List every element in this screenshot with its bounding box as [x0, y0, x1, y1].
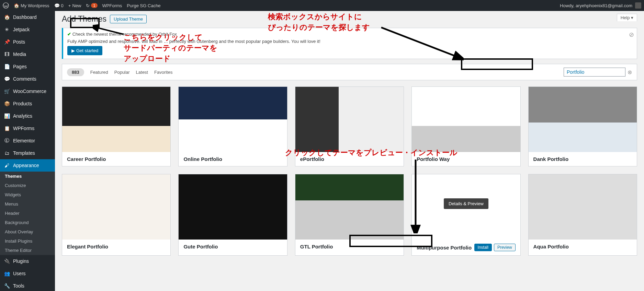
- help-tab[interactable]: Help ▾: [617, 14, 637, 21]
- jetpack-icon: ✳: [3, 26, 10, 33]
- sidebar-label: WPForms: [13, 126, 34, 131]
- theme-name-label: ePortfolio: [295, 152, 404, 166]
- theme-screenshot: [179, 174, 287, 240]
- theme-screenshot: [179, 87, 287, 152]
- sidebar-item-templates[interactable]: 🗂Templates: [0, 147, 55, 159]
- sidebar-label: Pages: [13, 64, 27, 69]
- submenu-customize[interactable]: Customize: [0, 181, 55, 190]
- cart-icon: 🛒: [3, 88, 10, 95]
- theme-screenshot: [62, 87, 170, 152]
- theme-name-label: Multipurpose Portfolio: [417, 245, 472, 251]
- theme-screenshot: [529, 174, 637, 240]
- comment-icon: 💬: [3, 75, 10, 82]
- sidebar-item-analytics[interactable]: 📊Analytics: [0, 110, 55, 122]
- sidebar-item-tools[interactable]: 🔧Tools: [0, 280, 55, 291]
- dismiss-notice-icon[interactable]: ⊘: [629, 31, 634, 38]
- comments-link[interactable]: 💬 0: [54, 3, 64, 8]
- theme-screenshot: [529, 87, 637, 152]
- submenu-menus[interactable]: Menus: [0, 199, 55, 209]
- submenu-widgets[interactable]: Widgets: [0, 190, 55, 199]
- pin-icon: 📌: [3, 38, 10, 45]
- install-button[interactable]: Install: [474, 244, 492, 251]
- sidebar-item-wpforms[interactable]: 📋WPForms: [0, 122, 55, 135]
- plugin-icon: 🔌: [3, 258, 10, 265]
- wp-logo[interactable]: [3, 2, 9, 9]
- results-count: 883: [67, 68, 84, 76]
- sidebar-label: Templates: [13, 150, 35, 156]
- content-area: Help ▾ Add Themes Upload Theme ⊘ ✔ Check…: [55, 11, 644, 291]
- sidebar-label: Tools: [13, 283, 24, 289]
- orbit-fox-notice: ⊘ ✔ Check the newest theme recommended b…: [62, 28, 637, 59]
- theme-search-input[interactable]: [564, 68, 625, 77]
- sidebar-item-plugins[interactable]: 🔌Plugins: [0, 255, 55, 267]
- upload-theme-button[interactable]: Upload Theme: [110, 15, 147, 23]
- theme-screenshot: [295, 174, 404, 240]
- theme-name-label: Dank Portfolio: [529, 152, 637, 166]
- submenu-install-plugins[interactable]: Install Plugins: [0, 236, 55, 246]
- theme-card-eportfolio[interactable]: ePortfolio: [295, 86, 404, 166]
- sidebar-item-media[interactable]: 🎞Media: [0, 48, 55, 60]
- theme-screenshot: [295, 87, 404, 152]
- theme-card-online-portfolio[interactable]: Online Portfolio: [178, 86, 287, 166]
- tools-icon: 🔧: [3, 282, 10, 289]
- filter-popular[interactable]: Popular: [114, 70, 130, 75]
- sidebar-item-elementor[interactable]: ⒺElementor: [0, 135, 55, 147]
- sidebar-item-posts[interactable]: 📌Posts: [0, 36, 55, 48]
- admin-sidebar: 🏠Dashboard✳Jetpack📌Posts🎞Media📄Pages💬Com…: [0, 11, 55, 291]
- theme-card-career-portfolio[interactable]: Career Portfolio: [62, 86, 171, 166]
- brush-icon: 🖌: [3, 162, 10, 169]
- sidebar-label: Users: [13, 271, 26, 276]
- theme-name-label: Aqua Portfolio: [529, 240, 637, 254]
- new-link[interactable]: + New: [68, 3, 81, 8]
- theme-card-aqua-portfolio[interactable]: Aqua Portfolio: [528, 174, 637, 256]
- theme-card-gute-portfolio[interactable]: Gute Portfolio: [178, 174, 287, 256]
- sidebar-label: Elementor: [13, 138, 35, 143]
- sidebar-label: Appearance: [13, 163, 39, 168]
- sidebar-item-dashboard[interactable]: 🏠Dashboard: [0, 11, 55, 23]
- updates-link[interactable]: ↻ 1: [86, 3, 97, 8]
- purge-cache-link[interactable]: Purge SG Cache: [127, 3, 160, 8]
- sidebar-item-products[interactable]: 📦Products: [0, 97, 55, 110]
- sidebar-item-comments[interactable]: 💬Comments: [0, 73, 55, 85]
- elementor-icon: Ⓔ: [3, 137, 10, 144]
- clear-search-icon[interactable]: ⊗: [628, 69, 632, 75]
- theme-card-multipurpose-portfolio[interactable]: Details & PreviewMultipurpose PortfolioI…: [411, 174, 520, 256]
- sidebar-label: Products: [13, 101, 32, 106]
- page-title: Add Themes: [62, 14, 106, 24]
- filter-latest[interactable]: Latest: [136, 70, 148, 75]
- sidebar-label: Comments: [13, 76, 36, 82]
- theme-card-elegant-portfolio[interactable]: Elegant Portfolio: [62, 174, 171, 256]
- theme-card-gtl-portfolio[interactable]: GTL Portfolio: [295, 174, 404, 256]
- get-started-button[interactable]: ▶ Get started: [67, 46, 102, 55]
- theme-name-label: Portfolio Way: [412, 152, 520, 166]
- sidebar-item-users[interactable]: 👥Users: [0, 267, 55, 280]
- notice-line1: Check the newest theme recommended by Or…: [72, 32, 177, 37]
- details-preview-overlay[interactable]: Details & Preview: [444, 198, 488, 209]
- theme-card-dank-portfolio[interactable]: Dank Portfolio: [528, 86, 637, 166]
- submenu-theme-editor[interactable]: Theme Editor: [0, 246, 55, 255]
- submenu-about-overlay[interactable]: About Overlay: [0, 227, 55, 236]
- media-icon: 🎞: [3, 51, 10, 58]
- form-icon: 📋: [3, 125, 10, 132]
- preview-button[interactable]: Preview: [494, 244, 516, 251]
- theme-screenshot: [62, 174, 170, 240]
- chart-icon: 📊: [3, 113, 10, 119]
- filter-favorites[interactable]: Favorites: [154, 70, 172, 75]
- sidebar-item-jetpack[interactable]: ✳Jetpack: [0, 23, 55, 36]
- site-name-link[interactable]: 🏠 My Wordpress: [14, 3, 49, 8]
- sidebar-item-appearance[interactable]: 🖌Appearance: [0, 159, 55, 172]
- submenu-header[interactable]: Header: [0, 209, 55, 218]
- sidebar-label: Analytics: [13, 113, 32, 119]
- sidebar-label: Plugins: [13, 258, 29, 264]
- submenu-background[interactable]: Background: [0, 218, 55, 227]
- sidebar-item-woocommerce[interactable]: 🛒WooCommerce: [0, 85, 55, 97]
- howdy-account[interactable]: Howdy, aryehphoenix81@gmail.com: [560, 2, 641, 9]
- filter-featured[interactable]: Featured: [90, 70, 108, 75]
- theme-card-portfolio-way[interactable]: Portfolio Way: [411, 86, 520, 166]
- wpforms-link[interactable]: WPForms: [102, 3, 122, 8]
- dashboard-icon: 🏠: [3, 14, 10, 21]
- submenu-themes[interactable]: Themes: [0, 172, 55, 181]
- page-icon: 📄: [3, 63, 10, 70]
- theme-name-label: Career Portfolio: [62, 152, 170, 166]
- sidebar-item-pages[interactable]: 📄Pages: [0, 60, 55, 73]
